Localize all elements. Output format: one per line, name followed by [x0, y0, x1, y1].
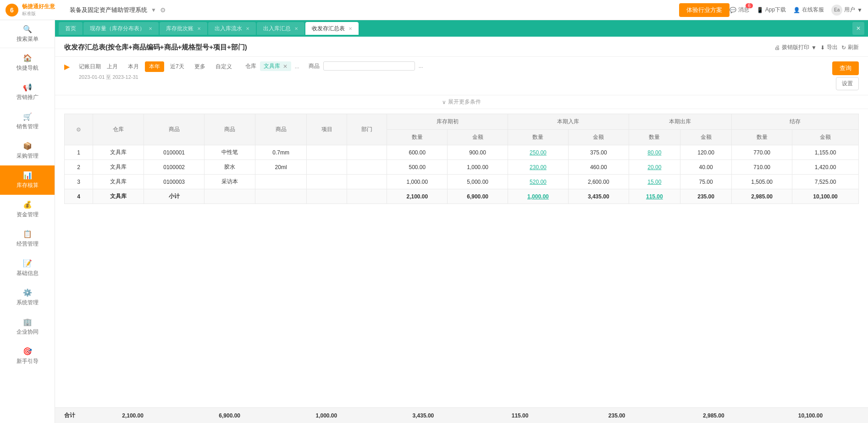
th-out-group: 本期出库 — [629, 114, 732, 130]
cell-in-qty-2[interactable]: 230.00 — [508, 160, 569, 175]
date-btn-this-month[interactable]: 本月 — [124, 61, 143, 72]
sidebar-item-finance[interactable]: 💰 资金管理 — [0, 195, 55, 224]
th-opening-qty: 数量 — [387, 130, 448, 145]
th-product-spec: 商品 — [255, 114, 306, 145]
cell-out-qty-2[interactable]: 20.00 — [629, 160, 680, 175]
cell-product-spec-1: 0.7mm — [255, 145, 306, 160]
tab-close-all[interactable]: ✕ — [852, 22, 864, 35]
service-icon: 👤 — [793, 7, 800, 13]
cell-closing-qty-3: 1,505.00 — [732, 175, 792, 189]
tab-close-receive-send-summary[interactable]: ✕ — [348, 26, 352, 31]
cell-in-qty-1[interactable]: 250.00 — [508, 145, 569, 160]
filter-arrow[interactable]: ▶ — [64, 62, 70, 71]
tab-close-stock-flow[interactable]: ✕ — [246, 26, 249, 31]
date-btn-7-days[interactable]: 近7天 — [166, 61, 188, 72]
cell-in-amount-3: 2,600.00 — [568, 175, 629, 189]
date-filter-label: 记账日期 — [79, 63, 101, 71]
refresh-button[interactable]: ↻ 刷新 — [841, 44, 859, 51]
cell-out-qty-3[interactable]: 15.00 — [629, 175, 680, 189]
subtotal-opening-amount: 6,900.00 — [448, 189, 508, 204]
cell-closing-qty-2: 710.00 — [732, 160, 792, 175]
filter-main: 记账日期 上月 本月 本年 近7天 更多 自定义 2023-01-01 至 20… — [79, 61, 823, 81]
user-menu[interactable]: Ea 用户 ▼ — [831, 5, 862, 16]
settings-icon[interactable]: ⚙ — [160, 6, 166, 14]
app-download-button[interactable]: 📱 App下载 — [757, 6, 786, 14]
sidebar-item-system[interactable]: ⚙️ 系统管理 — [0, 283, 55, 312]
print-button[interactable]: 🖨 拨销版打印 ▼ — [774, 44, 817, 51]
subtotal-row: 4 文具库 小计 2,100.00 6,900.00 1,000.00 3,43… — [65, 189, 859, 204]
date-btn-more[interactable]: 更多 — [190, 61, 210, 72]
tab-stock-summary[interactable]: 出入库汇总 ✕ — [257, 22, 304, 35]
tab-home[interactable]: 首页 — [59, 22, 83, 35]
cell-warehouse-1: 文具库 — [93, 145, 144, 160]
sidebar-item-marketing[interactable]: 📢 营销推广 — [0, 77, 55, 107]
product-search-input[interactable] — [327, 63, 411, 69]
message-button[interactable]: 💬 消息 6 — [730, 6, 749, 14]
cell-product-spec-2: 20ml — [255, 160, 306, 175]
th-settings[interactable]: ⚙ — [65, 114, 93, 145]
tab-close-batch-account[interactable]: ✕ — [197, 26, 201, 31]
subtotal-label: 小计 — [144, 189, 205, 204]
trial-button[interactable]: 体验行业方案 — [679, 3, 730, 17]
cell-opening-qty-2: 500.00 — [387, 160, 448, 175]
cell-opening-qty-1: 600.00 — [387, 145, 448, 160]
query-button[interactable]: 查询 — [832, 61, 859, 75]
bottom-totals: 2,100.00 6,900.00 1,000.00 3,435.00 115.… — [84, 412, 859, 419]
system-name: 装备及固定资产辅助管理系统 — [70, 6, 147, 14]
tab-inventory-dist[interactable]: 现存量（库存分布表） ✕ — [83, 22, 159, 35]
cell-out-qty-1[interactable]: 80.00 — [629, 145, 680, 160]
sidebar-item-quick-nav[interactable]: 🏠 快捷导航 — [0, 48, 55, 77]
subtotal-closing-qty: 2,985.00 — [732, 189, 792, 204]
cell-in-amount-1: 375.00 — [568, 145, 629, 160]
cell-no-1: 1 — [65, 145, 93, 160]
tab-stock-flow[interactable]: 出入库流水 ✕ — [208, 22, 256, 35]
operation-icon: 📋 — [23, 230, 32, 238]
date-btn-custom[interactable]: 自定义 — [211, 61, 236, 72]
dropdown-icon[interactable]: ▼ — [151, 7, 156, 13]
filter-warehouse-col: 仓库 文具库 ✕ ... — [245, 61, 299, 71]
sidebar-item-search[interactable]: 🔍 搜索菜单 — [0, 20, 55, 48]
expand-conditions-button[interactable]: ∨ 展开更多条件 — [442, 98, 481, 106]
tab-batch-account[interactable]: 库存批次账 ✕ — [160, 22, 207, 35]
refresh-icon: ↻ — [841, 44, 846, 51]
subtotal-warehouse: 文具库 — [93, 189, 144, 204]
setting-button[interactable]: 设置 — [836, 77, 859, 90]
message-icon: 💬 — [730, 7, 736, 13]
subtotal-in-qty[interactable]: 1,000.00 — [508, 189, 569, 204]
sidebar-item-guide[interactable]: 🎯 新手引导 — [0, 341, 55, 371]
logo-icon: 6 — [6, 4, 18, 16]
total-closing-qty: 2,985.00 — [665, 412, 762, 419]
warehouse-more[interactable]: ... — [295, 63, 299, 70]
page-title: 收发存汇总表(按仓库+商品编码+商品+规格型号+项目+部门) — [64, 43, 247, 52]
warehouse-filter-label: 仓库 — [245, 62, 256, 70]
filter-date-col: 记账日期 上月 本月 本年 近7天 更多 自定义 2023-01-01 至 20… — [79, 61, 236, 81]
product-more[interactable]: ... — [419, 63, 423, 69]
total-opening-qty: 2,100.00 — [84, 412, 181, 419]
tab-close-inventory-dist[interactable]: ✕ — [149, 26, 152, 31]
cell-opening-qty-3: 1,000.00 — [387, 175, 448, 189]
product-input-area[interactable] — [323, 61, 415, 71]
total-opening-amount: 6,900.00 — [181, 412, 278, 419]
subtotal-out-qty[interactable]: 115.00 — [629, 189, 680, 204]
total-closing-amount: 10,100.00 — [762, 412, 859, 419]
sidebar-item-operation[interactable]: 📋 经营管理 — [0, 224, 55, 253]
tab-close-stock-summary[interactable]: ✕ — [294, 26, 298, 31]
sidebar-item-purchase[interactable]: 📦 采购管理 — [0, 136, 55, 165]
cell-in-qty-3[interactable]: 520.00 — [508, 175, 569, 189]
export-button[interactable]: ⬇ 导出 — [820, 44, 838, 51]
date-btn-this-year[interactable]: 本年 — [145, 61, 164, 72]
logo-sub: 标准版 — [22, 11, 55, 17]
table-row: 1 文具库 0100001 中性笔 0.7mm 600.00 900.00 25… — [65, 145, 859, 160]
sidebar-item-sales[interactable]: 🛒 销售管理 — [0, 107, 55, 136]
sidebar-item-enterprise[interactable]: 🏢 企业协同 — [0, 312, 55, 341]
cell-closing-qty-1: 770.00 — [732, 145, 792, 160]
date-btn-last-month[interactable]: 上月 — [103, 61, 122, 72]
online-service-button[interactable]: 👤 在线客服 — [793, 6, 824, 14]
warehouse-tag-close[interactable]: ✕ — [283, 63, 287, 70]
tab-receive-send-summary[interactable]: 收发存汇总表 ✕ — [305, 22, 359, 35]
sidebar-item-basic-info[interactable]: 📝 基础信息 — [0, 253, 55, 283]
th-department: 部门 — [347, 114, 387, 145]
table-row: 2 文具库 0100002 胶水 20ml 500.00 1,000.00 23… — [65, 160, 859, 175]
subtotal-closing-amount: 10,100.00 — [792, 189, 859, 204]
sidebar-item-inventory[interactable]: 📊 库存核算 — [0, 165, 55, 195]
